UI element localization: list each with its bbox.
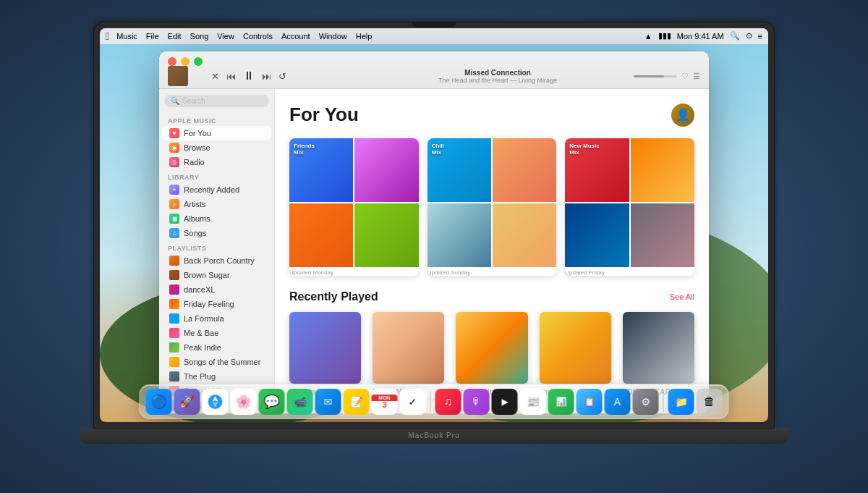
mix-cell xyxy=(631,203,694,267)
play-pause-button[interactable]: ⏸ xyxy=(243,69,255,83)
playlist-formula[interactable]: La Fórmula xyxy=(162,311,271,326)
lyrics-button[interactable]: ♡ xyxy=(681,72,689,81)
mix-cell xyxy=(631,138,694,202)
radio-icon: ◎ xyxy=(169,157,179,167)
dock-finder[interactable]: 🔵 xyxy=(146,389,172,415)
shuffle-button[interactable]: ✕ xyxy=(211,71,219,82)
main-header: For You 👤 xyxy=(289,104,694,127)
dock-photos[interactable]: 🌸 xyxy=(231,389,257,415)
album-cover xyxy=(456,312,527,384)
playlist-icon xyxy=(169,270,179,280)
playlist-friday[interactable]: Friday Feeling xyxy=(162,297,271,311)
playlist-dancexl[interactable]: danceXL xyxy=(162,282,271,297)
artists-label: Artists xyxy=(184,200,206,208)
previous-button[interactable]: ⏮ xyxy=(226,71,236,82)
dock-notes[interactable]: 📝 xyxy=(344,389,370,415)
dock-news[interactable]: 📰 xyxy=(520,389,546,415)
dock-settings[interactable]: ⚙ xyxy=(633,389,659,415)
search-icon: 🔍 xyxy=(171,97,179,105)
dock-safari[interactable] xyxy=(203,389,229,415)
playlist-plug[interactable]: The Plug xyxy=(162,369,271,384)
close-button[interactable] xyxy=(168,57,176,66)
playlist-peak-indie[interactable]: Peak Indie xyxy=(162,340,271,355)
browse-label: Browse xyxy=(184,143,210,152)
menu-edit[interactable]: Edit xyxy=(168,32,182,41)
menubar:  Music File Edit Song View Controls Acc… xyxy=(100,28,768,44)
macbook-label: MacBook Pro xyxy=(408,431,459,439)
newmusic-mix-card[interactable]: New MusicMix Updated Friday xyxy=(565,138,694,277)
chill-mix-inner: ChillMix xyxy=(427,138,557,268)
menu-window[interactable]: Window xyxy=(319,32,347,41)
recently-played-header: Recently Played See All xyxy=(289,290,694,303)
songs-icon: ♫ xyxy=(169,228,179,238)
menu-account[interactable]: Account xyxy=(281,32,310,41)
dock-music[interactable]: ♫ xyxy=(435,389,461,415)
dock-facetime[interactable]: 📹 xyxy=(287,389,313,415)
menu-controls[interactable]: Controls xyxy=(243,32,273,41)
sidebar-item-foryou[interactable]: ♥ For You xyxy=(162,126,271,140)
window-content: 🔍 Search Apple Music ♥ For You ◉ xyxy=(159,89,709,413)
sidebar-item-recently[interactable]: + Recently Added xyxy=(162,182,271,197)
playlist-songs-summer[interactable]: Songs of the Summer xyxy=(162,355,271,369)
search-icon[interactable]: 🔍 xyxy=(730,31,740,41)
search-bar[interactable]: 🔍 Search xyxy=(165,95,268,107)
now-playing-thumb xyxy=(168,66,188,86)
friends-mix-card[interactable]: FriendsMix Updated Monday xyxy=(289,138,419,277)
dock-numbers[interactable]: 📊 xyxy=(548,389,574,415)
artists-icon: ♪ xyxy=(169,199,179,209)
playlist-me-bae[interactable]: Me & Bae xyxy=(162,326,271,340)
dock-mail[interactable]: ✉ xyxy=(315,389,341,415)
dock-calendar[interactable]: MON 3 xyxy=(372,389,398,415)
sidebar-item-albums[interactable]: ◼ Albums xyxy=(162,211,271,226)
battery-icon: ▮▮▮ xyxy=(658,31,671,41)
sidebar-item-radio[interactable]: ◎ Radio xyxy=(162,155,271,169)
next-button[interactable]: ⏭ xyxy=(262,71,271,82)
dock-appstore[interactable]: A xyxy=(605,389,631,415)
songs-label: Songs xyxy=(184,229,206,237)
dock-trash[interactable]: 🗑 xyxy=(697,389,723,415)
sidebar-item-songs[interactable]: ♫ Songs xyxy=(162,226,271,240)
albums-icon: ◼ xyxy=(169,214,179,224)
sidebar-item-browse[interactable]: ◉ Browse xyxy=(162,140,271,155)
apple-music-section: Apple Music xyxy=(159,113,274,126)
window-controls-row xyxy=(159,51,709,66)
apple-menu[interactable]:  xyxy=(106,30,109,42)
menu-view[interactable]: View xyxy=(217,32,234,41)
dock-podcasts[interactable]: 🎙 xyxy=(464,389,490,415)
dock-keynote[interactable]: 📋 xyxy=(576,389,603,415)
page-title: For You xyxy=(289,104,359,126)
menu-music[interactable]: Music xyxy=(116,32,137,41)
dock-divider-2 xyxy=(663,392,664,412)
repeat-button[interactable]: ↺ xyxy=(278,71,286,82)
dock-folder[interactable]: 📁 xyxy=(668,389,694,415)
siri-icon[interactable]: ⊙ xyxy=(746,31,752,41)
mix-cell xyxy=(493,203,556,267)
user-avatar[interactable]: 👤 xyxy=(671,104,694,127)
minimize-button[interactable] xyxy=(181,57,190,66)
dock-messages[interactable]: 💬 xyxy=(259,389,285,415)
playlist-back-porch[interactable]: Back Porch Country xyxy=(162,253,271,268)
dock-reminders[interactable]: ✓ xyxy=(400,389,426,415)
control-center-icon[interactable]: ≡ xyxy=(758,32,762,41)
macbook:  Music File Edit Song View Controls Acc… xyxy=(80,22,788,471)
friends-mix-inner: FriendsMix xyxy=(289,138,419,268)
playlist-label: Me & Bae xyxy=(184,329,218,337)
dock-divider xyxy=(430,392,431,412)
dock-launchpad[interactable]: 🚀 xyxy=(174,389,200,415)
volume-area: ♡ ☰ xyxy=(634,72,700,81)
menu-help[interactable]: Help xyxy=(356,32,373,41)
chill-mix-card[interactable]: ChillMix Updated Sunday xyxy=(427,138,557,277)
menu-file[interactable]: File xyxy=(146,32,159,41)
menubar-items: Music File Edit Song View Controls Accou… xyxy=(116,32,372,41)
volume-slider[interactable] xyxy=(634,75,677,77)
newmusic-mix-grid: New MusicMix xyxy=(565,138,694,268)
queue-button[interactable]: ☰ xyxy=(693,72,700,81)
album-cover xyxy=(373,312,444,384)
maximize-button[interactable] xyxy=(194,57,203,66)
dock-appletv[interactable]: ▶ xyxy=(492,389,518,415)
menu-song[interactable]: Song xyxy=(190,32,209,41)
sidebar-item-artists[interactable]: ♪ Artists xyxy=(162,197,271,211)
macbook-lid:  Music File Edit Song View Controls Acc… xyxy=(94,22,774,428)
recently-played-see-all[interactable]: See All xyxy=(670,292,694,301)
playlist-brown-sugar[interactable]: Brown Sugar xyxy=(162,268,271,282)
